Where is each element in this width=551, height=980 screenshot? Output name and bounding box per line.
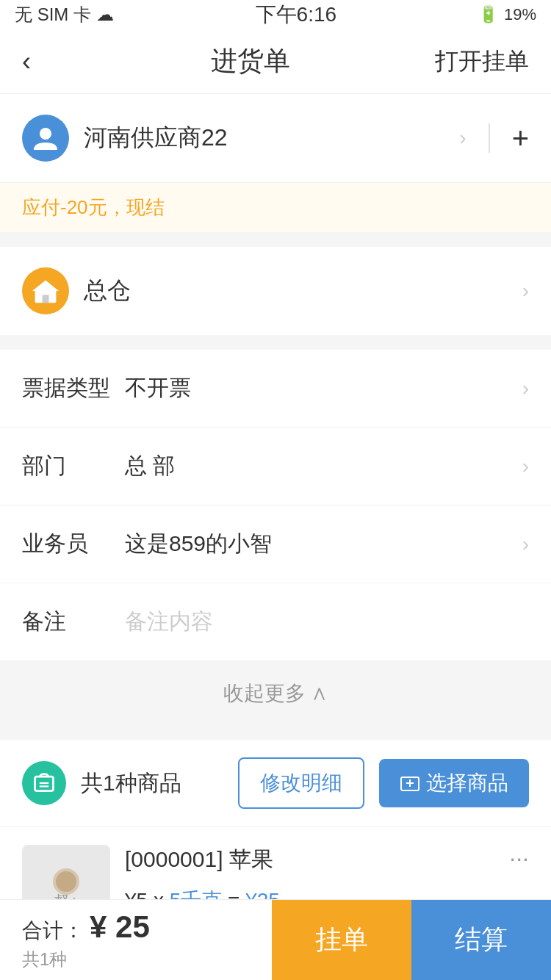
supplier-avatar — [22, 115, 69, 162]
supplier-name: 河南供应商22 — [84, 122, 459, 154]
status-bar: 无 SIM 卡 ☁ 下午6:16 🔋 19% — [0, 0, 551, 29]
edit-detail-button[interactable]: 修改明细 — [238, 757, 364, 809]
signal-text: 无 SIM 卡 ☁ — [15, 3, 114, 26]
total-sub: 共1种 — [22, 948, 250, 971]
add-supplier-button[interactable]: + — [512, 122, 529, 155]
warehouse-section: 总仓 › — [0, 247, 551, 335]
sales-label: 业务员 — [22, 529, 125, 559]
invoice-label: 票据类型 — [22, 373, 125, 403]
sales-value: 这是859的小智 — [125, 529, 522, 559]
invoice-row[interactable]: 票据类型 不开票 › — [0, 350, 551, 428]
notice-bar: 应付-20元，现结 — [0, 183, 551, 232]
battery-percent: 19% — [504, 5, 536, 24]
page-title: 进货单 — [211, 43, 290, 79]
product-id: [0000001] — [125, 847, 229, 871]
sales-arrow-icon: › — [522, 533, 529, 556]
nav-bar: ‹ 进货单 打开挂单 — [0, 29, 551, 94]
status-right: 🔋 19% — [478, 5, 536, 24]
collapse-text: 收起更多 ∧ — [223, 682, 328, 705]
status-left: 无 SIM 卡 ☁ — [15, 3, 114, 26]
total-amount: ¥ 25 — [90, 909, 150, 945]
total-label: 合计： ¥ 25 — [22, 909, 250, 945]
total-prefix: 合计： — [22, 917, 84, 945]
notice-text: 应付-20元，现结 — [22, 196, 165, 218]
warehouse-arrow-icon: › — [522, 279, 529, 303]
svg-rect-3 — [43, 295, 49, 303]
collapse-bar[interactable]: 收起更多 ∧ — [0, 662, 551, 725]
warehouse-row[interactable]: 总仓 › — [0, 247, 551, 335]
products-header: 共1种商品 修改明细 选择商品 — [0, 740, 551, 826]
sales-row[interactable]: 业务员 这是859的小智 › — [0, 505, 551, 583]
invoice-value: 不开票 — [125, 373, 522, 403]
form-section: 票据类型 不开票 › 部门 总 部 › 业务员 这是859的小智 › 备注 备注… — [0, 350, 551, 660]
product-title: 苹果 — [229, 847, 273, 871]
dept-arrow-icon: › — [522, 455, 529, 478]
remark-input[interactable]: 备注内容 — [125, 607, 529, 637]
svg-point-0 — [40, 128, 51, 140]
dept-row[interactable]: 部门 总 部 › — [0, 428, 551, 505]
hang-button[interactable]: 挂单 — [272, 900, 411, 980]
select-product-button[interactable]: 选择商品 — [379, 759, 529, 807]
bottom-bar: 合计： ¥ 25 共1种 挂单 结算 — [0, 899, 551, 980]
status-time: 下午6:16 — [256, 1, 337, 29]
products-count: 共1种商品 — [81, 768, 223, 799]
products-icon — [22, 761, 66, 805]
supplier-arrow-icon: › — [459, 126, 466, 150]
select-product-label: 选择商品 — [426, 769, 508, 797]
invoice-arrow-icon: › — [522, 377, 529, 400]
remark-row[interactable]: 备注 备注内容 — [0, 583, 551, 660]
dept-value: 总 部 — [125, 451, 522, 481]
svg-point-11 — [56, 871, 76, 892]
supplier-row[interactable]: 河南供应商22 › + — [0, 94, 551, 183]
battery-icon: 🔋 — [478, 5, 498, 24]
remark-label: 备注 — [22, 607, 125, 637]
back-button[interactable]: ‹ — [22, 46, 66, 77]
warehouse-name: 总仓 — [84, 275, 522, 307]
divider — [489, 123, 490, 153]
dept-label: 部门 — [22, 451, 125, 481]
product-name: [0000001] 苹果 — [125, 845, 494, 875]
warehouse-icon — [22, 267, 69, 314]
total-section: 合计： ¥ 25 共1种 — [0, 900, 272, 980]
svg-marker-2 — [32, 281, 59, 291]
checkout-button[interactable]: 结算 — [411, 900, 551, 980]
product-menu-button[interactable]: ··· — [509, 845, 529, 872]
open-hang-button[interactable]: 打开挂单 — [435, 46, 529, 78]
supplier-section: 河南供应商22 › + 应付-20元，现结 — [0, 94, 551, 232]
